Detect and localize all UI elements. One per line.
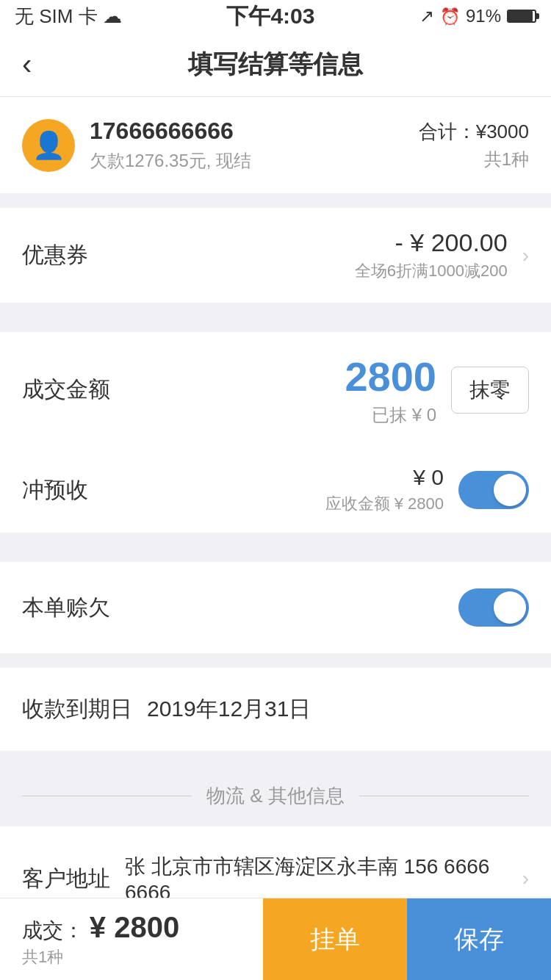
chevron-right-icon: ›: [522, 244, 529, 267]
debt-row: 本单赊欠: [0, 562, 551, 653]
total-amount: 合计：¥3000: [419, 119, 529, 145]
prepay-amount: ¥ 0: [325, 465, 444, 490]
prepay-row: 冲预收 ¥ 0 应收金额 ¥ 2800: [0, 447, 551, 533]
amount-section: 成交金额 2800 已抹 ¥ 0 抹零 冲预收 ¥ 0 应收金额 ¥ 2800: [0, 332, 551, 533]
separator-2: [0, 547, 551, 562]
customer-info: 17666666666 欠款1276.35元, 现结: [90, 118, 251, 173]
prepay-value-block: ¥ 0 应收金额 ¥ 2800: [325, 465, 444, 515]
coupon-section: 优惠券 - ¥ 200.00 全场6折满1000减200 ›: [0, 208, 551, 303]
status-left: 无 SIM 卡 ☁: [15, 4, 122, 29]
coupon-amount: - ¥ 200.00: [355, 228, 508, 257]
prepay-sub: 应收金额 ¥ 2800: [325, 493, 444, 515]
divider-line-left: [22, 796, 192, 796]
amount-row: 成交金额 2800 已抹 ¥ 0 抹零: [0, 332, 551, 447]
prepay-label: 冲预收: [22, 475, 88, 505]
customer-debt: 欠款1276.35元, 现结: [90, 149, 251, 173]
bottom-deal-line: 成交： ¥ 2800: [22, 911, 241, 945]
bottom-count: 共1种: [22, 946, 241, 968]
prepay-top: 冲预收 ¥ 0 应收金额 ¥ 2800: [22, 465, 529, 515]
status-right: 91%: [419, 6, 536, 26]
debt-toggle-knob: [494, 591, 526, 624]
coupon-description: 全场6折满1000减200: [355, 260, 508, 282]
amount-value: 2800: [345, 353, 436, 400]
due-date-label: 收款到期日: [22, 694, 132, 724]
total-count: 共1种: [419, 148, 529, 171]
amount-right: 2800 已抹 ¥ 0 抹零: [345, 353, 529, 427]
prepay-toggle[interactable]: [458, 471, 529, 509]
amount-value-block: 2800 已抹 ¥ 0: [345, 353, 436, 427]
battery-icon: [507, 10, 536, 23]
separator-1: [0, 317, 551, 332]
toggle-knob: [494, 474, 526, 506]
round-button[interactable]: 抹零: [451, 367, 529, 414]
coupon-row[interactable]: 优惠券 - ¥ 200.00 全场6折满1000减200 ›: [0, 208, 551, 303]
address-chevron-icon: ›: [522, 867, 529, 890]
debt-toggle[interactable]: [458, 588, 529, 627]
amount-sub: 已抹 ¥ 0: [345, 403, 436, 427]
location-icon: [419, 6, 434, 26]
battery-percent: 91%: [466, 6, 501, 26]
sim-status: 无 SIM 卡 ☁: [15, 4, 122, 29]
bottom-deal-label: 成交：: [22, 919, 84, 942]
prepay-right: ¥ 0 应收金额 ¥ 2800: [325, 465, 529, 515]
back-button[interactable]: ‹: [15, 40, 39, 88]
debt-label: 本单赊欠: [22, 593, 110, 623]
content: 👤 17666666666 欠款1276.35元, 现结 合计：¥3000 共1…: [0, 97, 551, 980]
customer-phone: 17666666666: [90, 118, 251, 145]
bottom-bar: 成交： ¥ 2800 共1种 挂单 保存: [0, 898, 551, 980]
bottom-amount: ¥ 2800: [90, 911, 179, 943]
status-time: 下午4:03: [226, 1, 314, 32]
coupon-value-block: - ¥ 200.00 全场6折满1000减200: [355, 228, 508, 282]
due-date-value: 2019年12月31日: [147, 694, 311, 724]
logistics-label: 物流 & 其他信息: [206, 783, 345, 809]
amount-label: 成交金额: [22, 375, 110, 405]
address-value: 张 北京市市辖区海淀区永丰南 156 6666 6666: [125, 853, 522, 904]
bottom-summary: 成交： ¥ 2800 共1种: [0, 911, 263, 968]
save-button[interactable]: 保存: [407, 898, 551, 981]
status-bar: 无 SIM 卡 ☁ 下午4:03 91%: [0, 0, 551, 32]
logistics-divider: 物流 & 其他信息: [0, 765, 551, 826]
avatar: 👤: [22, 119, 75, 172]
due-date-row: 收款到期日 2019年12月31日: [0, 668, 551, 751]
customer-total: 合计：¥3000 共1种: [419, 119, 529, 171]
coupon-label: 优惠券: [22, 240, 88, 270]
hang-button[interactable]: 挂单: [263, 898, 407, 981]
divider-line-right: [359, 796, 529, 796]
nav-bar: ‹ 填写结算等信息: [0, 32, 551, 97]
alarm-icon: [440, 6, 460, 26]
coupon-right: - ¥ 200.00 全场6折满1000减200 ›: [355, 228, 529, 282]
page-title: 填写结算等信息: [188, 48, 363, 82]
address-label: 客户地址: [22, 864, 110, 894]
customer-left: 👤 17666666666 欠款1276.35元, 现结: [22, 118, 251, 173]
customer-card: 👤 17666666666 欠款1276.35元, 现结 合计：¥3000 共1…: [0, 97, 551, 193]
